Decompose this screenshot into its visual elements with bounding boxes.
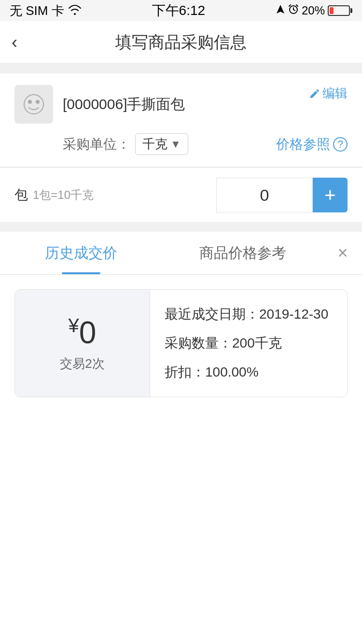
status-bar: 无 SIM 卡 下午6:12 20% <box>0 0 362 21</box>
history-price-value: ¥0 <box>69 315 97 350</box>
edit-label: 编辑 <box>322 85 348 102</box>
unit-select[interactable]: 千克 ▼ <box>135 133 188 155</box>
battery-percent: 20% <box>302 4 325 17</box>
tabs-header: 历史成交价 商品价格参考 × <box>0 232 362 275</box>
product-left: [0000006]手撕面包 <box>14 85 185 124</box>
history-trade-count: 交易2次 <box>60 355 104 372</box>
unit-dropdown-arrow: ▼ <box>170 138 181 151</box>
quantity-plus-button[interactable]: + <box>313 178 348 212</box>
yen-symbol: ¥ <box>69 315 79 336</box>
tab-history-price[interactable]: 历史成交价 <box>0 232 162 274</box>
unit-value: 千克 <box>142 136 167 153</box>
wifi-icon <box>68 3 82 18</box>
history-recent-date: 最近成交日期：2019-12-30 <box>165 304 333 324</box>
price-ref-button[interactable]: 价格参照 ? <box>276 135 348 154</box>
status-time: 下午6:12 <box>152 1 206 20</box>
status-right: 20% <box>276 4 352 17</box>
quantity-left: 包 1包=10千克 <box>14 186 94 204</box>
tab-active-indicator <box>62 272 100 274</box>
price-ref-label: 价格参照 <box>276 135 330 154</box>
tab-product-price-ref[interactable]: 商品价格参考 <box>162 232 323 274</box>
quantity-bar: 包 1包=10千克 0 + <box>0 168 362 222</box>
quantity-right: 0 + <box>216 178 348 212</box>
edit-button[interactable]: 编辑 <box>309 85 348 102</box>
product-name: [0000006]手撕面包 <box>63 95 185 114</box>
tab-history-label: 历史成交价 <box>45 243 117 263</box>
bottom-area <box>0 412 362 644</box>
location-icon <box>276 4 285 17</box>
battery-icon <box>328 5 352 16</box>
history-purchase-qty: 采购数量：200千克 <box>165 333 333 353</box>
back-button[interactable]: ‹ <box>12 32 17 53</box>
tab-price-ref-label: 商品价格参考 <box>199 243 286 263</box>
product-unit-row: 采购单位： 千克 ▼ 价格参照 ? <box>14 133 348 155</box>
tab-content: ¥0 交易2次 最近成交日期：2019-12-30 采购数量：200千克 折扣：… <box>0 275 362 412</box>
product-card: [0000006]手撕面包 编辑 采购单位： 千克 ▼ 价格参照 ? <box>0 73 362 167</box>
nav-bar: ‹ 填写商品采购信息 <box>0 21 362 64</box>
svg-point-2 <box>28 100 32 104</box>
price-ref-help-icon: ? <box>333 137 348 152</box>
history-price-block: ¥0 交易2次 <box>15 290 150 397</box>
quantity-hint: 1包=10千克 <box>33 187 94 203</box>
history-discount: 折扣：100.00% <box>165 362 333 382</box>
product-header: [0000006]手撕面包 编辑 <box>14 85 348 124</box>
alarm-icon <box>288 4 299 17</box>
tabs-close-button[interactable]: × <box>323 232 362 274</box>
unit-label: 采购单位： 千克 ▼ <box>63 133 188 155</box>
history-card: ¥0 交易2次 最近成交日期：2019-12-30 采购数量：200千克 折扣：… <box>14 289 348 397</box>
svg-point-1 <box>24 95 43 114</box>
carrier-text: 无 SIM 卡 <box>10 2 64 19</box>
svg-point-3 <box>36 100 40 104</box>
history-details: 最近成交日期：2019-12-30 采购数量：200千克 折扣：100.00% <box>150 290 347 397</box>
tabs-section: 历史成交价 商品价格参考 × ¥0 交易2次 最近成交日期：2019-12-30… <box>0 232 362 412</box>
quantity-input[interactable]: 0 <box>216 178 313 212</box>
product-thumbnail <box>14 85 53 124</box>
page-title: 填写商品采购信息 <box>115 31 247 54</box>
quantity-unit: 包 <box>14 186 28 204</box>
status-left: 无 SIM 卡 <box>10 2 82 19</box>
